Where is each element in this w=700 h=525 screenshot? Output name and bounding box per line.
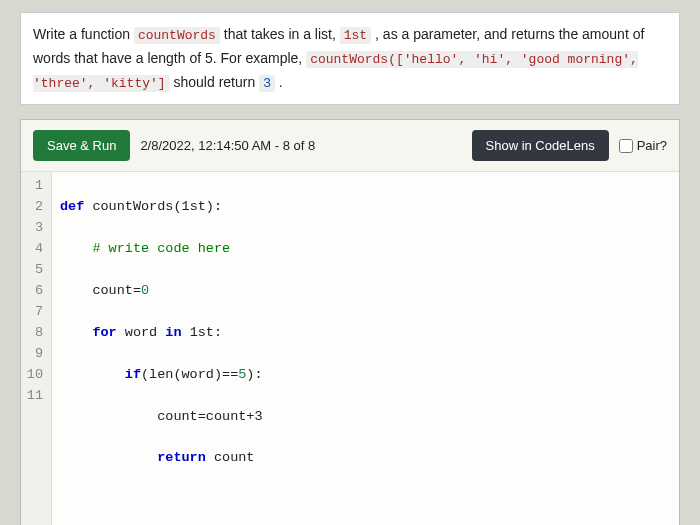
code-lst: 1st (340, 27, 371, 44)
question-text: should return (174, 74, 260, 90)
code-content[interactable]: def countWords(1st): # write code here c… (52, 172, 679, 525)
line-gutter: 1 2 3 4 5 6 7 8 9 10 11 (21, 172, 52, 525)
show-codelens-button[interactable]: Show in CodeLens (472, 130, 609, 161)
code-return-value: 3 (259, 75, 275, 92)
question-prompt: Write a function countWords that takes i… (20, 12, 680, 105)
question-text: that takes in a list, (224, 26, 340, 42)
question-text: Write a function (33, 26, 134, 42)
pair-checkbox[interactable] (619, 139, 633, 153)
editor-toolbar: Save & Run 2/8/2022, 12:14:50 AM - 8 of … (21, 120, 679, 172)
code-countwords: countWords (134, 27, 220, 44)
run-timestamp: 2/8/2022, 12:14:50 AM - 8 of 8 (140, 138, 315, 153)
code-editor[interactable]: 1 2 3 4 5 6 7 8 9 10 11 def countWords(1… (21, 172, 679, 525)
question-text: . (279, 74, 283, 90)
code-editor-panel: Save & Run 2/8/2022, 12:14:50 AM - 8 of … (20, 119, 680, 525)
pair-label: Pair? (637, 138, 667, 153)
pair-checkbox-label[interactable]: Pair? (619, 138, 667, 153)
save-run-button[interactable]: Save & Run (33, 130, 130, 161)
